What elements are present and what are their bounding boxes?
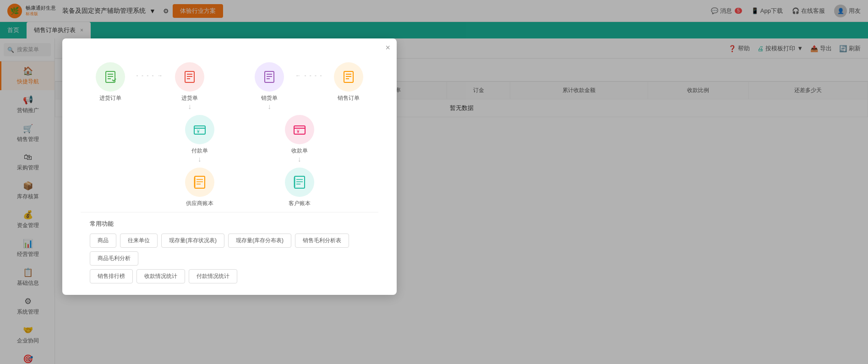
arrow-receipt-down: ↓ [298,156,301,163]
func-btn-stock-status[interactable]: 现存量(库存状况表) [161,234,224,248]
flow-node-payment[interactable]: ¥ 付款单 [185,115,214,155]
func-btn-counterpart[interactable]: 往来单位 [120,234,158,248]
sales-circle [255,62,284,92]
flow-node-supplier-ledger[interactable]: 供应商账本 [185,168,214,207]
flow-col-receipt: ¥ 收款单 ↓ [285,115,314,164]
svg-rect-27 [295,176,305,188]
func-btn-payment-stat[interactable]: 付款情况统计 [189,269,237,283]
arrow-sales-down: ↓ [267,103,271,110]
payment-circle: ¥ [185,115,214,144]
flow-node-purchase-order[interactable]: 进货订单 [96,62,125,102]
flow-node-receipt[interactable]: ¥ 收款单 [285,115,314,155]
supplier-ledger-circle [185,168,214,197]
func-btn-receipt-stat[interactable]: 收款情况统计 [136,269,185,283]
modal-overlay: × 进货订单 - - - - → [0,0,868,364]
payment-label: 付款单 [191,147,208,155]
flow-node-purchase[interactable]: 进货单 [175,62,204,102]
customer-ledger-label: 客户账本 [289,200,311,207]
receipt-circle: ¥ [285,115,314,144]
common-funcs-section: 常用功能 商品 往来单位 现存量(库存状况表) 现存量(库存分布表) 销售毛利分… [81,212,378,291]
func-btn-product[interactable]: 商品 [90,234,116,248]
customer-ledger-circle [285,168,314,197]
flow-modal: × 进货订单 - - - - → [62,38,397,295]
svg-text:¥: ¥ [296,129,300,134]
svg-rect-22 [195,176,205,188]
receipt-label: 收款单 [291,147,308,155]
purchase-order-circle [96,62,125,92]
func-btn-sales-profit[interactable]: 销售毛利分析表 [295,234,349,248]
sales-label: 销货单 [261,94,278,102]
flow-col-sales-order: 销售订单 [334,62,363,102]
func-btn-stock-dist[interactable]: 现存量(库存分布表) [228,234,291,248]
purchase-circle [175,62,204,92]
flow-bottom-row: 供应商账本 客户账本 [90,168,369,207]
flow-middle-row: ¥ 付款单 ↓ ¥ 收款单 [90,115,369,164]
flow-top-row: 进货订单 - - - - → 进货单 [90,62,369,111]
arrow-purchase-order-to-purchase: - - - - → [136,62,164,79]
func-btns-row: 商品 往来单位 现存量(库存状况表) 现存量(库存分布表) 销售毛利分析表 商品… [90,234,369,266]
svg-rect-23 [194,177,196,187]
func-btn-sales-rank[interactable]: 销售排行榜 [90,269,133,283]
flow-col-sales: 销货单 ↓ [255,62,284,111]
svg-text:¥: ¥ [197,129,200,134]
svg-rect-28 [294,177,295,187]
purchase-label: 进货单 [181,94,198,102]
flow-node-sales-order[interactable]: 销售订单 [334,62,363,102]
func-btn-product-profit[interactable]: 商品毛利分析 [90,251,138,266]
common-funcs-title: 常用功能 [90,220,369,228]
supplier-ledger-label: 供应商账本 [186,200,213,207]
sales-order-label: 销售订单 [338,94,360,102]
arrow-purchase-down: ↓ [188,103,191,110]
flow-col-purchase: 进货单 ↓ [175,62,204,111]
svg-rect-16 [194,126,205,134]
flow-col-jinghuo-order: 进货订单 [96,62,125,102]
flow-col-payment: ¥ 付款单 ↓ [185,115,214,164]
arrow-payment-down: ↓ [198,156,202,163]
svg-rect-19 [294,126,305,134]
flow-node-sales[interactable]: 销货单 [255,62,284,102]
sales-order-circle [334,62,363,92]
modal-body: 进货订单 - - - - → 进货单 [62,38,397,295]
modal-close-button[interactable]: × [385,43,390,53]
purchase-order-label: 进货订单 [99,94,121,102]
flow-section: 进货订单 - - - - → 进货单 [81,53,378,212]
func-btns-row2: 销售排行榜 收款情况统计 付款情况统计 [90,269,369,283]
flow-node-customer-ledger[interactable]: 客户账本 [285,168,314,207]
arrow-sales-order-to-sales: ← - - - - [295,62,322,79]
